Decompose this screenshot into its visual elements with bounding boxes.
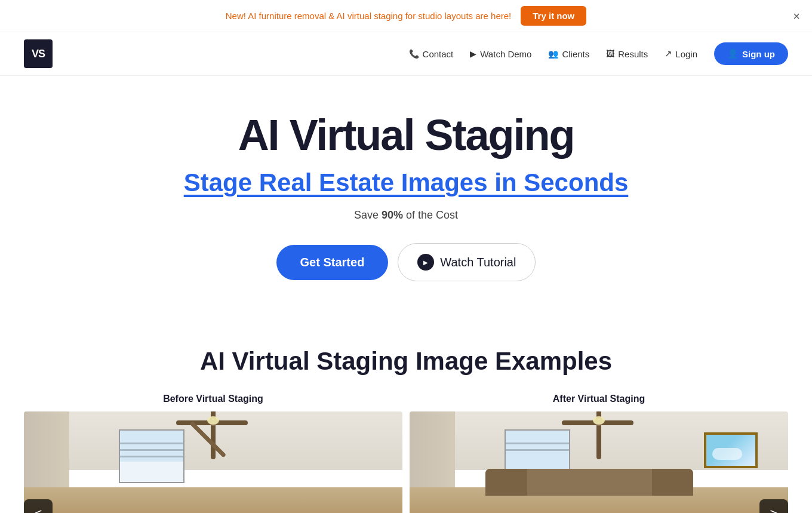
carousel-next-button[interactable]: > [759,499,788,513]
examples-grid: Before Virtual Staging [24,394,788,513]
after-label: After Virtual Staging [410,394,788,404]
before-column: Before Virtual Staging [24,394,402,513]
save-post: of the Cost [403,209,458,221]
nav-results[interactable]: 🖼 Results [606,49,648,59]
floor-area [24,487,402,513]
after-blind-1 [506,443,569,444]
clients-icon: 👥 [548,49,558,59]
sofa [485,469,694,496]
login-icon: ↗ [665,48,672,59]
signup-label: Sign up [742,49,775,59]
after-blind-2 [506,449,569,451]
banner-close-button[interactable]: × [793,10,800,22]
before-label: Before Virtual Staging [24,394,402,404]
nav-contact[interactable]: 📞 Contact [409,49,454,59]
examples-section: AI Virtual Staging Image Examples Before… [0,335,812,513]
wall-painting [704,432,758,468]
nav-clients[interactable]: 👥 Clients [548,49,589,59]
nav-contact-label: Contact [423,49,454,59]
sofa-left-arm [485,469,527,496]
login-link[interactable]: ↗ Login [665,48,697,59]
get-started-button[interactable]: Get Started [276,245,389,280]
signup-icon: 👤 [727,48,739,59]
banner-text: New! AI furniture removal & AI virtual s… [226,11,512,21]
results-icon: 🖼 [606,49,614,59]
nav-links: 📞 Contact ▶ Watch Demo 👥 Clients 🖼 Resul… [409,42,788,65]
nav-clients-label: Clients [562,49,589,59]
save-pre: Save [354,209,382,221]
save-percent: 90% [382,209,403,221]
window-blind [120,462,183,482]
after-room-image [410,411,788,513]
hero-buttons: Get Started ▶ Watch Tutorial [12,243,800,281]
watch-tutorial-label: Watch Tutorial [440,256,516,269]
login-label: Login [675,49,697,59]
blind-slat-1 [120,443,183,444]
examples-title: AI Virtual Staging Image Examples [24,347,788,376]
phone-icon: 📞 [409,49,419,59]
after-column: After Virtual Staging [410,394,788,513]
window [119,429,184,483]
navbar: VS 📞 Contact ▶ Watch Demo 👥 Clients 🖼 Re… [0,32,812,76]
hero-section: AI Virtual Staging Stage Real Estate Ima… [0,76,812,335]
play-tutorial-icon: ▶ [417,254,434,271]
hero-subtitle: Stage Real Estate Images in Seconds [12,168,800,197]
signup-button[interactable]: 👤 Sign up [714,42,788,65]
carousel-prev-button[interactable]: < [24,499,53,513]
sofa-right-arm [652,469,694,496]
try-it-now-button[interactable]: Try it now [521,6,586,26]
hero-title: AI Virtual Staging [12,112,800,159]
play-demo-icon: ▶ [470,49,476,59]
blind-slat-2 [120,449,183,451]
nav-watch-demo-label: Watch Demo [480,49,531,59]
logo[interactable]: VS [24,39,53,68]
blind-slat-3 [120,456,183,457]
nav-watch-demo[interactable]: ▶ Watch Demo [470,49,531,59]
top-banner: New! AI furniture removal & AI virtual s… [0,0,812,32]
watch-tutorial-button[interactable]: ▶ Watch Tutorial [398,243,536,281]
painting-cloud [712,448,742,460]
hero-save-text: Save 90% of the Cost [12,209,800,222]
before-room-image [24,411,402,513]
nav-results-label: Results [618,49,648,59]
